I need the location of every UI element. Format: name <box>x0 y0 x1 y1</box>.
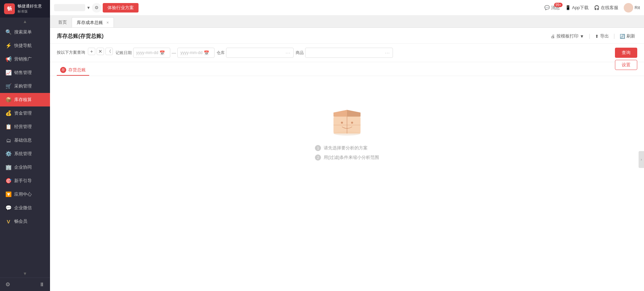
user-menu[interactable]: Rit <box>624 3 640 13</box>
refresh-button[interactable]: 🔄 刷新 <box>618 32 637 40</box>
sidebar-item-system[interactable]: ⚙️ 系统管理 <box>0 147 50 161</box>
topbar-settings-button[interactable]: ⚙ <box>92 3 101 13</box>
phone-icon: 📱 <box>565 5 571 10</box>
basic-icon: 🗂 <box>5 137 11 143</box>
sidebar-item-label: 营销推广 <box>14 56 32 62</box>
bottom-collapse-icon[interactable]: ⏸ <box>39 282 45 288</box>
sidebar: 畅 畅捷通好生意 标准版 ▲ 🔍 搜索菜单 ⚡ 快捷导航 📢 营销推广 📈 销售… <box>0 0 50 291</box>
refresh-icon: 🔄 <box>620 34 625 39</box>
sidebar-item-operation[interactable]: 📋 经营管理 <box>0 120 50 134</box>
bottom-settings-icon[interactable]: ⚙ <box>5 281 10 288</box>
wechat-icon: 💬 <box>5 205 11 211</box>
sidebar-item-label: 搜索菜单 <box>14 29 32 35</box>
date-from-input[interactable]: yyyy-mm-dd 📅 <box>133 48 170 58</box>
goods-input[interactable]: ··· <box>305 48 393 58</box>
app-name: 畅捷通好生意 <box>18 4 42 9</box>
sidebar-item-label: 企业微信 <box>14 205 32 211</box>
sidebar-item-marketing[interactable]: 📢 营销推广 <box>0 52 50 66</box>
tab-home[interactable]: 首页 <box>53 17 72 27</box>
page-panel: 库存总账(存货总账) 🖨 按模板打印 ▼ | ⬆ 导出 | 🔄 <box>50 28 644 291</box>
sidebar-item-basic[interactable]: 🗂 基础信息 <box>0 134 50 147</box>
scheme-icon: 存 <box>60 67 66 73</box>
filter-area: 按以下方案查询 + ✕ 《 记账日期 yyyy-mm-dd 📅 <box>50 44 644 62</box>
print-dropdown-icon: ▼ <box>580 34 584 39</box>
sidebar-item-purchase[interactable]: 🛒 采购管理 <box>0 79 50 93</box>
svg-point-7 <box>351 122 353 124</box>
messages-badge: 99+ <box>554 3 563 7</box>
svg-marker-3 <box>347 110 361 117</box>
goods-field: 商品 ··· <box>296 48 393 58</box>
page-title: 库存总账(存货总账) <box>57 33 104 40</box>
sidebar-item-sales[interactable]: 📈 销售管理 <box>0 66 50 79</box>
action-divider: | <box>589 33 590 39</box>
sidebar-item-label: 经营管理 <box>14 124 32 130</box>
date-field: 记账日期 yyyy-mm-dd 📅 — yyyy-mm-dd 📅 <box>116 48 215 58</box>
tip-num-2: 2 <box>315 154 321 161</box>
warehouse-input[interactable]: ··· <box>226 48 294 58</box>
sidebar-item-label: 采购管理 <box>14 83 32 89</box>
warehouse-label: 仓库 <box>217 50 225 56</box>
export-button[interactable]: ⬆ 导出 <box>593 32 611 40</box>
sidebar-item-newbie[interactable]: 🎯 新手引导 <box>0 174 50 188</box>
action-divider2: | <box>614 33 615 39</box>
side-collapse-handle[interactable]: › <box>639 151 644 168</box>
scheme-selector: 存 存货总账 <box>50 62 644 76</box>
sidebar-item-finance[interactable]: 💰 资金管理 <box>0 106 50 120</box>
print-label: 按模板打印 <box>556 33 578 39</box>
app-download-label: App下载 <box>572 5 589 11</box>
purchase-icon: 🛒 <box>5 83 11 89</box>
print-button[interactable]: 🖨 按模板打印 ▼ <box>549 32 586 40</box>
topbar-dropdown-icon[interactable]: ▼ <box>86 5 91 10</box>
headset-icon: 🎧 <box>594 5 599 10</box>
quicknav-icon: ⚡ <box>5 43 11 49</box>
app-name-area: 畅捷通好生意 标准版 <box>18 4 42 14</box>
messages-button[interactable]: 💬 消息 99+ <box>544 5 560 11</box>
empty-state: 1 请先选择要分析的方案 2 用[过滤]条件来缩小分析范围 <box>50 76 644 188</box>
filter-add-button[interactable]: + <box>88 48 95 55</box>
topbar-nav: ▼ ⚙ 体验行业方案 <box>54 3 542 13</box>
filter-collapse-button[interactable]: 《 <box>105 48 113 55</box>
user-name: Rit <box>635 5 640 10</box>
member-icon: V <box>5 218 11 224</box>
sidebar-scroll-down[interactable]: ▼ <box>0 270 50 277</box>
trial-industry-button[interactable]: 体验行业方案 <box>103 3 139 13</box>
sidebar-item-enterprise[interactable]: 🏢 企业协同 <box>0 161 50 174</box>
sidebar-item-inventory[interactable]: 📦 库存核算 <box>0 93 50 106</box>
online-service-button[interactable]: 🎧 在线客服 <box>594 5 618 11</box>
marketing-icon: 📢 <box>5 56 11 62</box>
filter-controls: 记账日期 yyyy-mm-dd 📅 — yyyy-mm-dd 📅 <box>116 48 637 58</box>
svg-point-6 <box>341 122 343 124</box>
tab-close-button[interactable]: × <box>106 20 109 25</box>
page-header: 库存总账(存货总账) 🖨 按模板打印 ▼ | ⬆ 导出 | 🔄 <box>50 28 644 44</box>
calendar-to-icon: 📅 <box>204 50 209 55</box>
filter-delete-button[interactable]: ✕ <box>97 48 104 55</box>
calendar-from-icon: 📅 <box>159 50 165 55</box>
sidebar-scroll-up[interactable]: ▲ <box>0 18 50 25</box>
tabs-bar: 首页 库存成本总账 × <box>50 16 644 28</box>
print-icon: 🖨 <box>551 34 555 39</box>
sidebar-item-search[interactable]: 🔍 搜索菜单 <box>0 25 50 39</box>
tab-inventory-ledger[interactable]: 库存成本总账 × <box>72 17 114 27</box>
operation-icon: 📋 <box>5 124 11 130</box>
newbie-icon: 🎯 <box>5 178 11 184</box>
settings-button[interactable]: 设置 <box>615 60 637 70</box>
topbar: ▼ ⚙ 体验行业方案 💬 消息 99+ 📱 App下载 🎧 在线客服 Rit <box>50 0 644 16</box>
appcenter-icon: 🔽 <box>5 191 11 197</box>
sidebar-item-appcenter[interactable]: 🔽 应用中心 <box>0 188 50 201</box>
online-service-label: 在线客服 <box>601 5 618 11</box>
scheme-item-inventory-ledger[interactable]: 存 存货总账 <box>57 65 89 76</box>
sidebar-item-label: 销售管理 <box>14 70 32 76</box>
sales-icon: 📈 <box>5 70 11 76</box>
sidebar-item-label: 系统管理 <box>14 151 32 157</box>
sidebar-item-label: 企业协同 <box>14 164 32 170</box>
filter-row: 记账日期 yyyy-mm-dd 📅 — yyyy-mm-dd 📅 <box>116 48 393 58</box>
date-to-input[interactable]: yyyy-mm-dd 📅 <box>177 48 215 58</box>
sidebar-item-quicknav[interactable]: ⚡ 快捷导航 <box>0 39 50 52</box>
sidebar-item-label: 基础信息 <box>14 137 32 143</box>
query-button[interactable]: 查询 <box>615 48 637 58</box>
inventory-icon: 📦 <box>5 97 11 103</box>
sidebar-item-member[interactable]: V 畅会员 <box>0 215 50 228</box>
sidebar-item-wechat[interactable]: 💬 企业微信 <box>0 201 50 215</box>
app-download-button[interactable]: 📱 App下载 <box>565 5 589 11</box>
sidebar-item-label: 新手引导 <box>14 178 32 184</box>
